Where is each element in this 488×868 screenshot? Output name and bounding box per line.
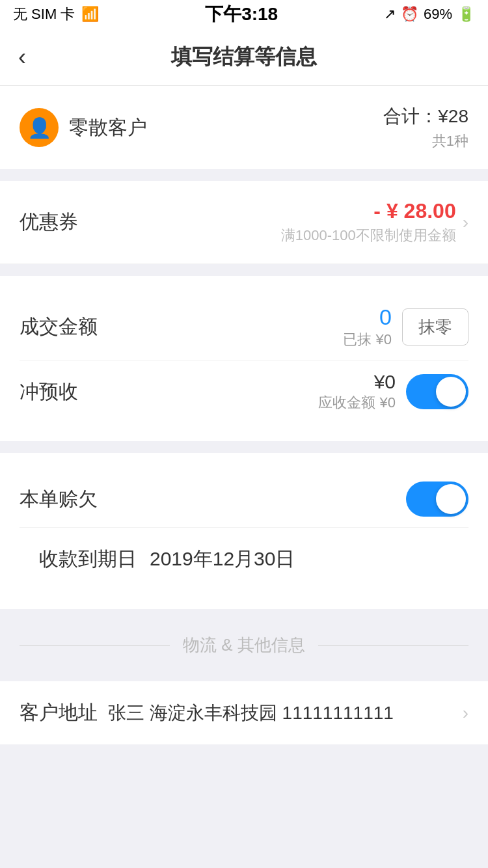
status-time: 下午3:18 (205, 2, 278, 27)
nav-title: 填写结算等信息 (171, 43, 317, 72)
debit-label: 本单赊欠 (20, 486, 98, 513)
back-button[interactable]: ‹ (18, 44, 26, 71)
sep-line-left (20, 645, 170, 645)
logistics-sep-text: 物流 & 其他信息 (183, 634, 305, 657)
debit-toggle-knob (436, 484, 466, 514)
customer-right: 合计：¥28 共1种 (383, 104, 468, 151)
debit-row: 本单赊欠 (20, 471, 468, 527)
avatar-icon: 👤 (27, 116, 51, 139)
debit-section: 本单赊欠 收款到期日 2019年12月30日 (0, 453, 488, 609)
spacer (0, 744, 488, 868)
transaction-row: 成交金额 0 已抹 ¥0 抹零 (20, 294, 468, 360)
coupon-discount: - ¥ 28.00 (281, 199, 456, 223)
prepayment-right: ¥0 应收金额 ¥0 (318, 371, 468, 413)
alarm-icon: ⏰ (401, 6, 418, 23)
coupon-info: - ¥ 28.00 满1000-100不限制使用金额 (281, 199, 456, 245)
status-right: ↗ ⏰ 69% 🔋 (384, 6, 475, 23)
transaction-sub: 已抹 ¥0 (343, 330, 392, 349)
status-bar: 无 SIM 卡 📶 下午3:18 ↗ ⏰ 69% 🔋 (0, 0, 488, 29)
transaction-section: 成交金额 0 已抹 ¥0 抹零 冲预收 ¥0 应收金额 ¥0 (0, 276, 488, 441)
due-date-row: 收款到期日 2019年12月30日 (20, 528, 468, 591)
no-sim-label: 无 SIM 卡 (13, 5, 75, 24)
prepayment-sub: 应收金额 ¥0 (318, 393, 396, 413)
nav-bar: ‹ 填写结算等信息 (0, 29, 488, 86)
coupon-label: 优惠券 (20, 209, 78, 236)
prepayment-toggle[interactable] (406, 374, 468, 409)
prepayment-right-col: ¥0 应收金额 ¥0 (318, 371, 396, 413)
coupon-row[interactable]: 优惠券 - ¥ 28.00 满1000-100不限制使用金额 › (0, 181, 488, 264)
prepayment-row: 冲预收 ¥0 应收金额 ¥0 (20, 360, 468, 423)
address-chevron-icon: › (463, 703, 468, 724)
debit-toggle[interactable] (406, 481, 468, 517)
total-label: 合计：¥28 (383, 104, 468, 129)
coupon-right: - ¥ 28.00 满1000-100不限制使用金额 › (281, 199, 468, 245)
wifi-icon: 📶 (81, 6, 99, 23)
due-date-value: 2019年12月30日 (150, 546, 295, 573)
prepayment-label: 冲预收 (20, 379, 78, 405)
due-date-label: 收款到期日 (39, 546, 137, 573)
content-area: 👤 零散客户 合计：¥28 共1种 优惠券 - ¥ 28.00 满1000-10… (0, 86, 488, 868)
toggle-knob (436, 377, 466, 407)
transaction-right: 0 已抹 ¥0 抹零 (343, 305, 468, 349)
logistics-separator: 物流 & 其他信息 (0, 621, 488, 670)
battery-label: 69% (424, 6, 452, 23)
total-count: 共1种 (383, 131, 468, 151)
coupon-description: 满1000-100不限制使用金额 (281, 226, 456, 245)
customer-name: 零散客户 (69, 115, 147, 141)
battery-icon: 🔋 (457, 6, 475, 23)
avatar: 👤 (20, 108, 59, 147)
address-value: 张三 海淀永丰科技园 11111111111 (98, 701, 463, 726)
address-row[interactable]: 客户地址 张三 海淀永丰科技园 11111111111 › (0, 681, 488, 744)
address-label: 客户地址 (20, 699, 98, 726)
coupon-chevron-icon: › (463, 212, 468, 233)
customer-left: 👤 零散客户 (20, 108, 147, 147)
transaction-value: 0 (343, 305, 392, 330)
transaction-right-col: 0 已抹 ¥0 (343, 305, 392, 349)
prepayment-amount: ¥0 (318, 371, 396, 393)
location-icon: ↗ (384, 6, 396, 23)
round-button[interactable]: 抹零 (402, 308, 468, 346)
status-left: 无 SIM 卡 📶 (13, 5, 99, 24)
customer-row: 👤 零散客户 合计：¥28 共1种 (0, 86, 488, 169)
sep-line-right (318, 645, 468, 645)
transaction-label: 成交金额 (20, 314, 98, 340)
